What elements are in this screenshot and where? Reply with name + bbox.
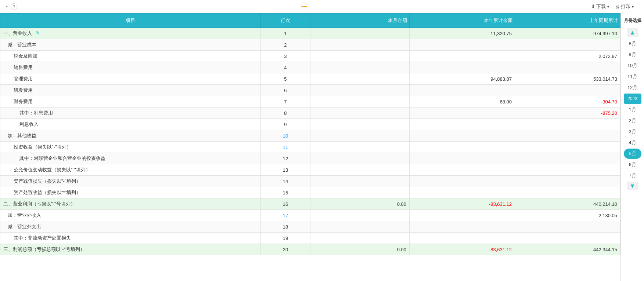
cell-item: 加：营业外收入 <box>0 210 261 221</box>
cell-line[interactable]: 17 <box>260 210 310 221</box>
sidebar-down-button[interactable]: ▼ <box>627 182 638 190</box>
cell-prev: 440,214.10 <box>515 198 620 210</box>
cell-prev <box>515 39 620 51</box>
sidebar-up-button[interactable]: ▲ <box>627 28 638 37</box>
month-item[interactable]: 12月 <box>624 83 641 93</box>
cell-year <box>410 39 515 51</box>
cell-line: 8 <box>260 107 310 119</box>
month-item[interactable]: 8月 <box>624 39 641 49</box>
cell-month <box>310 130 409 142</box>
cell-month <box>310 73 409 85</box>
month-item[interactable]: 7月 <box>624 171 641 181</box>
cell-month <box>310 39 409 51</box>
cell-year <box>410 221 515 233</box>
cell-prev <box>515 221 620 233</box>
cell-item: 税金及附加 <box>0 51 261 62</box>
header-month: 本月金额 <box>310 14 409 28</box>
month-item[interactable]: 2月 <box>624 116 641 126</box>
table-row: 财务费用768.00-304.70 <box>0 96 620 107</box>
table-row: 销售费用4 <box>0 62 620 73</box>
month-item[interactable]: 9月 <box>624 50 641 60</box>
profit-table: 项目 行次 本月金额 本年累计金额 上年同期累计 一、营业收入 ✎111,320… <box>0 13 620 255</box>
month-item[interactable]: 11月 <box>624 72 641 82</box>
edit-icon[interactable]: ✎ <box>36 30 40 36</box>
table-row: 加：其他收益10 <box>0 130 620 142</box>
cell-month <box>310 85 409 96</box>
print-button[interactable]: 🖨 打印 ▾ <box>615 3 634 10</box>
cell-year: 94,883.87 <box>410 73 515 85</box>
help-icon[interactable]: ? <box>11 3 17 10</box>
table-row: 资产减值损失（损失以"-"填列）14 <box>0 176 620 187</box>
cell-line: 20 <box>260 244 310 255</box>
cell-year <box>410 51 515 62</box>
cell-item: 加：其他收益 <box>0 130 261 142</box>
month-item[interactable]: 6月 <box>624 160 641 170</box>
table-row: 减：营业外支出18 <box>0 221 620 233</box>
cell-year: -83,631.12 <box>410 244 515 255</box>
top-bar-center <box>295 6 307 7</box>
header-line: 行次 <box>260 14 310 28</box>
cell-prev: 2,072.97 <box>515 51 620 62</box>
cell-line: 12 <box>260 153 310 164</box>
table-row: 减：营业成本2 <box>0 39 620 51</box>
table-row: 三、利润总额（亏损总额以"-"号填列）200.00-83,631.12442,3… <box>0 244 620 255</box>
main-container: 项目 行次 本月金额 本年累计金额 上年同期累计 一、营业收入 ✎111,320… <box>0 13 644 281</box>
download-button[interactable]: ⬇ 下载 ▾ <box>591 3 609 10</box>
cell-prev <box>515 62 620 73</box>
cell-line: 19 <box>260 233 310 244</box>
all-dropdown[interactable]: ▾ <box>4 4 8 8</box>
table-row: 二、营业利润（亏损以"-"号填列）160.00-83,631.12440,214… <box>0 198 620 210</box>
cell-item: 资产处置收益（损失以"*"填列） <box>0 187 261 198</box>
cell-item: 三、利润总额（亏损总额以"-"号填列） <box>0 244 261 255</box>
cell-line: 5 <box>260 73 310 85</box>
cell-year <box>410 130 515 142</box>
cell-item: 利息收入 <box>0 119 261 130</box>
cell-month <box>310 51 409 62</box>
dropdown-arrow-icon: ▾ <box>6 4 8 8</box>
cell-prev <box>515 187 620 198</box>
cell-month <box>310 142 409 153</box>
sidebar-title: 月份选择 <box>623 16 642 25</box>
month-item-active[interactable]: 5月 <box>624 149 641 159</box>
cell-item: 公允价值变动收益（损失以"-"填列） <box>0 164 261 176</box>
header-item: 项目 <box>0 14 261 28</box>
cell-year <box>410 62 515 73</box>
cell-prev <box>515 119 620 130</box>
cell-line: 14 <box>260 176 310 187</box>
cell-item: 其中：利息费用 <box>0 107 261 119</box>
cell-month: 0.00 <box>310 198 409 210</box>
cell-month <box>310 210 409 221</box>
cell-prev <box>515 142 620 153</box>
cell-line: 15 <box>260 187 310 198</box>
month-item[interactable]: 2023 <box>624 94 641 104</box>
table-row: 其中：对联营企业和合营企业的投资收益12 <box>0 153 620 164</box>
cell-year <box>410 210 515 221</box>
cell-item: 减：营业外支出 <box>0 221 261 233</box>
cell-year <box>410 153 515 164</box>
cell-prev <box>515 153 620 164</box>
header-prev: 上年同期累计 <box>515 14 620 28</box>
month-item[interactable]: 1月 <box>624 105 641 115</box>
cell-year <box>410 187 515 198</box>
badge-unprocessed[interactable] <box>301 6 307 7</box>
cell-year <box>410 164 515 176</box>
cell-line[interactable]: 11 <box>260 142 310 153</box>
header-year: 本年累计金额 <box>410 14 515 28</box>
month-item[interactable]: 10月 <box>624 61 641 71</box>
cell-line: 6 <box>260 85 310 96</box>
cell-line[interactable]: 10 <box>260 130 310 142</box>
month-item[interactable]: 4月 <box>624 138 641 148</box>
top-bar-right: ⬇ 下载 ▾ 🖨 打印 ▾ <box>585 3 640 10</box>
table-row: 管理费用594,883.87533,014.73 <box>0 73 620 85</box>
cell-item: 管理费用 <box>0 73 261 85</box>
cell-prev <box>515 164 620 176</box>
cell-month <box>310 176 409 187</box>
cell-month <box>310 107 409 119</box>
table-row: 资产处置收益（损失以"*"填列）15 <box>0 187 620 198</box>
cell-year <box>410 107 515 119</box>
cell-item: 二、营业利润（亏损以"-"号填列） <box>0 198 261 210</box>
month-item[interactable]: 3月 <box>624 127 641 137</box>
table-row: 其中：非流动资产处置损失19 <box>0 233 620 244</box>
cell-year: 11,320.75 <box>410 28 515 39</box>
cell-prev: 533,014.73 <box>515 73 620 85</box>
